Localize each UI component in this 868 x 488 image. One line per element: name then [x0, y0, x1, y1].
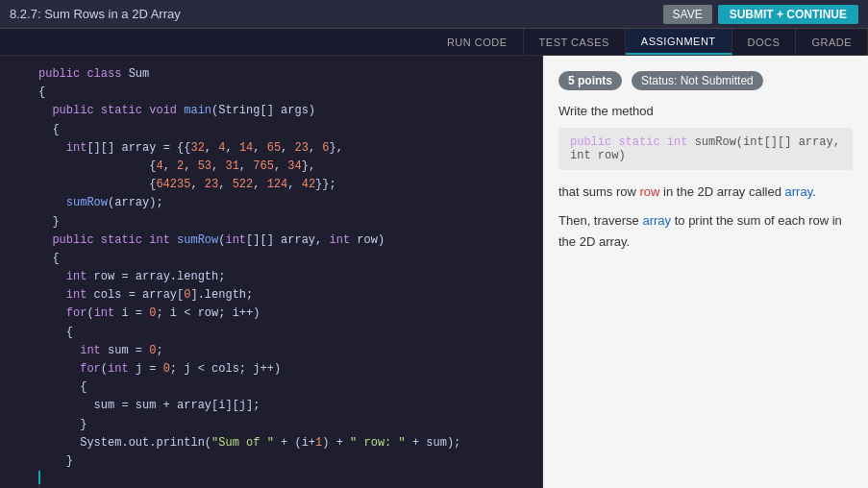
desc-part2: in the 2D array called [659, 184, 784, 199]
code-line: {4, 2, 53, 31, 765, 34}, [0, 158, 542, 176]
status-badge: Status: Not Submitted [632, 71, 763, 90]
code-line: } [0, 416, 542, 434]
code-line: { [0, 84, 542, 102]
code-line: int row = array.length; [0, 268, 542, 286]
save-button[interactable]: SAVE [663, 5, 712, 24]
description-text: that sums row row in the 2D array called… [558, 182, 853, 253]
right-panel: 5 points Status: Not Submitted Write the… [543, 56, 868, 488]
highlight-row: row [640, 184, 660, 199]
code-line: { [0, 324, 542, 342]
code-line: int cols = array[0].length; [0, 286, 542, 305]
sig-public: public static int [570, 135, 695, 149]
code-line: for(int j = 0; j < cols; j++) [0, 360, 542, 378]
top-bar: 8.2.7: Sum Rows in a 2D Array SAVE SUBMI… [0, 0, 868, 29]
code-line: public static void main(String[] args) [0, 102, 542, 120]
desc-part3: . [812, 184, 816, 199]
write-method-label: Write the method [558, 104, 853, 118]
tab-run-code[interactable]: RUN CODE [432, 29, 524, 55]
highlight-array: array [785, 184, 813, 199]
desc-line2-part1: Then, traverse [558, 213, 642, 228]
code-line: sum = sum + array[i][j]; [0, 397, 542, 415]
code-editor[interactable]: public class Sum { public static void ma… [0, 56, 543, 488]
code-line: System.out.println("Sum of " + (i+1) + "… [0, 434, 542, 452]
points-badge: 5 points [558, 71, 622, 90]
code-line: } [0, 213, 542, 232]
code-line: {64235, 23, 522, 124, 42}}; [0, 176, 542, 194]
points-status-row: 5 points Status: Not Submitted [558, 71, 853, 90]
desc-part1: that sums row [558, 184, 640, 199]
code-line: public static int sumRow(int[][] array, … [0, 232, 542, 250]
page-title: 8.2.7: Sum Rows in a 2D Array [10, 7, 663, 21]
tab-assignment[interactable]: ASSIGNMENT [626, 29, 732, 55]
code-line: { [0, 250, 542, 268]
code-line: int sum = 0; [0, 342, 542, 360]
method-signature-box: public static int sumRow(int[][] array, … [558, 128, 853, 170]
highlight-array2: array [642, 213, 671, 228]
code-line: for(int i = 0; i < row; i++) [0, 305, 542, 323]
submit-continue-button[interactable]: SUBMIT + CONTINUE [718, 5, 858, 24]
main-content: public class Sum { public static void ma… [0, 56, 868, 488]
code-line: { [0, 121, 542, 139]
code-line: public class Sum [0, 65, 542, 84]
tab-test-cases[interactable]: TEST CASES [524, 29, 626, 55]
code-line: int[][] array = {{32, 4, 14, 65, 23, 6}, [0, 139, 542, 158]
code-line: } [0, 452, 542, 471]
code-line [0, 471, 542, 488]
code-line: sumRow(array); [0, 194, 542, 212]
nav-tabs: RUN CODE TEST CASES ASSIGNMENT DOCS GRAD… [0, 29, 868, 56]
tab-grade[interactable]: GRADE [796, 29, 868, 55]
code-line: { [0, 378, 542, 397]
tab-docs[interactable]: DOCS [732, 29, 797, 55]
